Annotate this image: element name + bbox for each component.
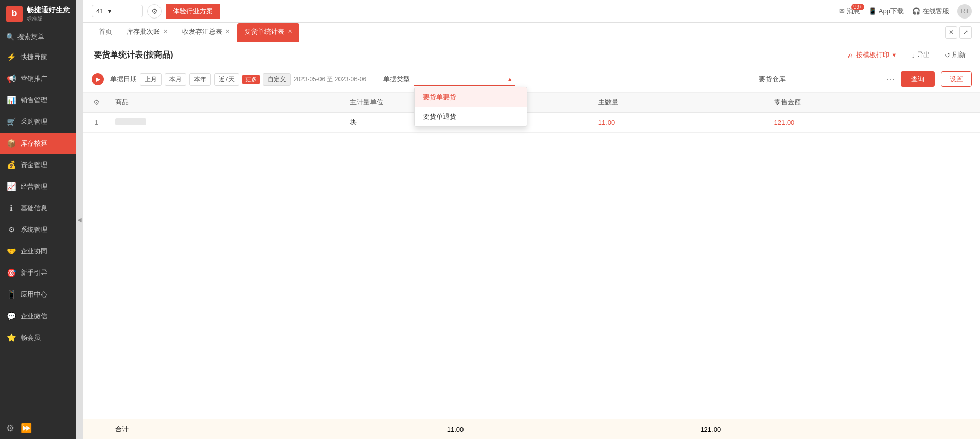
print-btn[interactable]: 🖨 按模板打印 ▼ xyxy=(843,48,901,62)
main-area: 41 ▼ ⚙ 体验行业方案 ✉ 消息 99+ 📱 App下载 🎧 在线客服 xyxy=(83,0,980,439)
data-table: ⚙ 商品 主计量单位 主数量 零售金额 1 块 11.00 121.00 xyxy=(83,93,980,133)
dropdown-arrow-icon: ▼ xyxy=(106,8,112,14)
warehouse-input[interactable] xyxy=(790,73,880,85)
nav-label-11: 应用中心 xyxy=(21,290,47,299)
sidebar-item-7[interactable]: ℹ基础信息 xyxy=(0,197,76,219)
column-settings-btn[interactable]: 设置 xyxy=(941,71,972,87)
nav-label-1: 营销推广 xyxy=(21,74,47,83)
tab-close-1[interactable]: ✕ xyxy=(163,28,168,35)
filter-more-icon[interactable]: ⋯ xyxy=(884,75,897,84)
nav-label-12: 企业微信 xyxy=(21,312,47,321)
sidebar-item-10[interactable]: 🎯新手引导 xyxy=(0,262,76,284)
type-select-input[interactable] xyxy=(414,73,515,86)
search-menu-btn[interactable]: 🔍 搜索菜单 xyxy=(0,28,76,46)
tabs-expand-btn[interactable]: ⤢ xyxy=(959,26,972,39)
sidebar-item-6[interactable]: 📈经营管理 xyxy=(0,176,76,197)
sidebar-item-1[interactable]: 📢营销推广 xyxy=(0,68,76,89)
sidebar-item-5[interactable]: 💰资金管理 xyxy=(0,154,76,176)
store-selector[interactable]: 41 ▼ xyxy=(92,5,143,17)
sidebar-item-2[interactable]: 📊销售管理 xyxy=(0,89,76,111)
col-settings[interactable]: ⚙ xyxy=(83,93,109,113)
nav-icon-13: ⭐ xyxy=(6,333,16,343)
topbar-right: ✉ 消息 99+ 📱 App下载 🎧 在线客服 Rit xyxy=(839,4,972,19)
preset-this-year[interactable]: 本年 xyxy=(189,73,211,86)
footer-total-label: 合计 xyxy=(109,419,333,439)
table-footer: 合计11.00121.00 xyxy=(83,419,980,439)
dropdown-item-0[interactable]: 要货单要货 xyxy=(415,87,527,107)
nav-icon-12: 💬 xyxy=(6,311,16,321)
printer-icon: 🖨 xyxy=(847,51,854,59)
nav-icon-2: 📊 xyxy=(6,95,16,105)
user-avatar[interactable]: Rit xyxy=(957,4,972,19)
headset-icon: 🎧 xyxy=(912,7,920,15)
sidebar-item-4[interactable]: 📦库存核算 xyxy=(0,133,76,154)
nav-icon-7: ℹ xyxy=(6,203,16,213)
trial-btn[interactable]: 体验行业方案 xyxy=(166,4,220,19)
tabs-close-btn[interactable]: ✕ xyxy=(945,26,957,39)
date-custom-btn[interactable]: 自定义 xyxy=(263,73,291,86)
settings-bottom-icon[interactable]: ⚙ xyxy=(6,423,14,434)
tab-close-3[interactable]: ✕ xyxy=(288,28,292,35)
sidebar-item-3[interactable]: 🛒采购管理 xyxy=(0,111,76,133)
nav-label-7: 基础信息 xyxy=(21,204,47,213)
tabs-actions: ✕ ⤢ xyxy=(945,26,972,39)
dropdown-item-1[interactable]: 要货单退货 xyxy=(415,107,527,126)
date-filter-label: 单据日期 xyxy=(110,75,137,84)
date-range-display: 2023-05-06 至 2023-06-06 xyxy=(294,75,366,84)
nav-icon-11: 📱 xyxy=(6,289,16,300)
tab-label-0: 首页 xyxy=(99,27,112,36)
sidebar-item-12[interactable]: 💬企业微信 xyxy=(0,305,76,327)
export-icon: ↓ xyxy=(912,51,915,59)
preset-7days[interactable]: 近7天 xyxy=(214,73,239,86)
preset-last-month[interactable]: 上月 xyxy=(140,73,162,86)
sidebar-item-9[interactable]: 🤝企业协同 xyxy=(0,241,76,262)
message-btn[interactable]: ✉ 消息 99+ xyxy=(839,7,860,16)
col-amount: 零售金额 xyxy=(768,93,980,113)
collapse-icon[interactable]: ⏩ xyxy=(21,423,32,434)
app-download-btn[interactable]: 📱 App下载 xyxy=(868,7,904,16)
filter-bar: ▶ 单据日期 上月 本月 本年 近7天 更多 自定义 2023-05-06 至 … xyxy=(83,66,980,93)
nav-label-3: 采购管理 xyxy=(21,117,47,126)
export-btn[interactable]: ↓ 导出 xyxy=(907,48,935,62)
sidebar-nav: ⚡快捷导航📢营销推广📊销售管理🛒采购管理📦库存核算💰资金管理📈经营管理ℹ基础信息… xyxy=(0,46,76,417)
footer-amount-val: 121.00 xyxy=(694,419,980,439)
tab-2[interactable]: 收发存汇总表✕ xyxy=(175,23,237,42)
sidebar-item-13[interactable]: ⭐畅会员 xyxy=(0,327,76,349)
tab-0[interactable]: 首页 xyxy=(92,23,119,42)
nav-icon-8: ⚙ xyxy=(6,225,16,235)
page-title: 要货单统计表(按商品) xyxy=(94,50,173,61)
query-btn[interactable]: 查询 xyxy=(901,71,935,87)
search-icon: 🔍 xyxy=(6,33,14,41)
refresh-icon: ↺ xyxy=(945,51,950,59)
sidebar-item-8[interactable]: ⚙系统管理 xyxy=(0,219,76,241)
tab-3[interactable]: 要货单统计表✕ xyxy=(237,23,299,42)
tab-close-2[interactable]: ✕ xyxy=(225,28,230,35)
logo-area: b 畅捷通好生意 标准版 xyxy=(0,0,76,28)
filter-expand-btn[interactable]: ▶ xyxy=(92,73,104,85)
cell-goods-0 xyxy=(109,113,344,133)
refresh-btn[interactable]: ↺ 刷新 xyxy=(940,48,970,62)
tab-label-3: 要货单统计表 xyxy=(244,27,284,36)
date-more-btn[interactable]: 更多 xyxy=(242,75,260,84)
type-filter-label: 单据类型 xyxy=(383,75,410,84)
col-quantity: 主数量 xyxy=(592,93,768,113)
topbar-left: 41 ▼ ⚙ 体验行业方案 xyxy=(92,4,833,19)
message-icon: ✉ xyxy=(839,7,845,15)
logo-icon: b xyxy=(6,6,23,22)
preset-this-month[interactable]: 本月 xyxy=(165,73,186,86)
nav-icon-6: 📈 xyxy=(6,181,16,192)
sidebar-bottom: ⚙ ⏩ xyxy=(0,417,76,439)
date-filter-group: 单据日期 上月 本月 本年 近7天 更多 自定义 2023-05-06 至 20… xyxy=(110,73,366,86)
table-settings-icon[interactable]: ⚙ xyxy=(93,98,100,106)
topbar-gear-btn[interactable]: ⚙ xyxy=(147,4,162,19)
online-service-btn[interactable]: 🎧 在线客服 xyxy=(912,7,949,16)
sidebar-item-0[interactable]: ⚡快捷导航 xyxy=(0,46,76,68)
sidebar-collapse-handle[interactable]: ◀ xyxy=(76,0,83,439)
tab-1[interactable]: 库存批次账✕ xyxy=(119,23,175,42)
sidebar-item-11[interactable]: 📱应用中心 xyxy=(0,284,76,305)
nav-icon-1: 📢 xyxy=(6,74,16,84)
table-area: ⚙ 商品 主计量单位 主数量 零售金额 1 块 11.00 121.00 xyxy=(83,93,980,419)
col-goods: 商品 xyxy=(109,93,344,113)
cell-amount-0: 121.00 xyxy=(768,113,980,133)
goods-blurred-0 xyxy=(115,118,146,125)
